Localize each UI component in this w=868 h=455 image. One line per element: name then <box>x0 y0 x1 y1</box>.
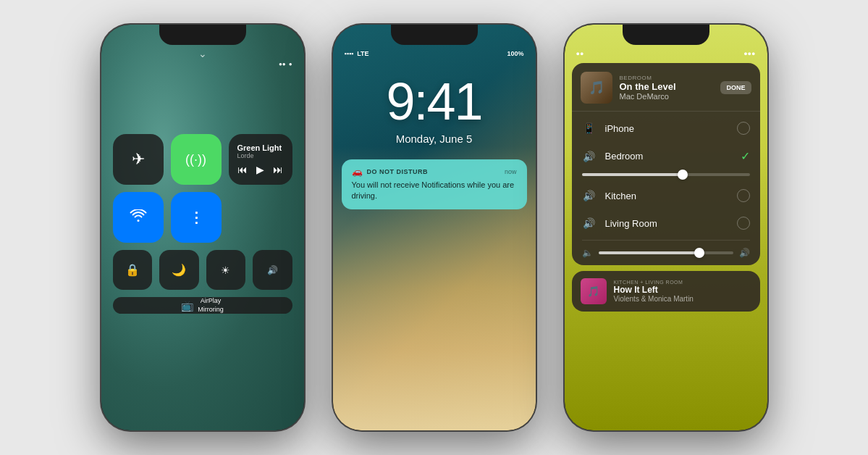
slider-fill <box>582 173 683 176</box>
wifi-icon <box>130 209 147 225</box>
signal-bars-icon: ▪▪▪▪ <box>345 50 354 57</box>
lock-screen-time: 9:41 <box>333 72 536 131</box>
volume-min-icon: 🔈 <box>582 248 593 258</box>
cellular-data-toggle[interactable]: ((·)) <box>171 134 222 185</box>
rotation-lock-icon: 🔒 <box>125 263 140 277</box>
phone3-screen: ●● ●●● 🎵 BEDROOM On the Level Mac DeMarc… <box>565 25 767 430</box>
previous-track-icon[interactable]: ⏮ <box>237 164 248 175</box>
now-playing-title: Green Light <box>237 143 284 152</box>
kitchen-device-item[interactable]: 🔊 Kitchen <box>572 182 760 209</box>
next-song-artist: Violents & Monica Martin <box>614 295 751 303</box>
airplay-mirroring-button[interactable]: 📺 AirPlayMirroring <box>113 297 292 314</box>
rotation-lock-toggle[interactable]: 🔒 <box>113 250 153 290</box>
master-volume-row: 🔈 🔊 <box>572 241 760 265</box>
iphone-airplay: ●● ●●● 🎵 BEDROOM On the Level Mac DeMarc… <box>565 25 767 430</box>
next-song-info: KITCHEN + LIVING ROOM How It Left Violen… <box>614 280 751 303</box>
phone3-status-right: ●●● <box>743 50 755 57</box>
lock-screen-date: Monday, June 5 <box>333 133 536 145</box>
phone1-background: ⌄ ●● ● ✈ ((·)) <box>101 25 304 430</box>
kitchen-device-name: Kitchen <box>605 191 728 201</box>
cc-row-3: 🔒 🌙 ☀ 🔊 <box>113 250 292 290</box>
notch <box>159 25 246 45</box>
done-button[interactable]: DONE <box>720 81 751 94</box>
bedroom-checkmark-icon: ✓ <box>741 149 750 163</box>
airplay-now-playing-panel: 🎵 BEDROOM On the Level Mac DeMarco DONE … <box>572 63 760 265</box>
status-bar: ●● ● <box>279 61 292 67</box>
bedroom-device-name: Bedroom <box>605 151 732 162</box>
phone2-screen: ▪▪▪▪ LTE 100% 9:41 Monday, June 5 🚗 DO N… <box>333 25 536 430</box>
phone-device-icon: 📱 <box>582 122 597 134</box>
brightness-icon: ☀ <box>221 264 230 276</box>
now-playing-row: 🎵 BEDROOM On the Level Mac DeMarco DONE <box>572 63 760 112</box>
living-room-device-item[interactable]: 🔊 Living Room <box>572 209 760 237</box>
ap-song-title: On the Level <box>620 81 714 92</box>
iphone-control-center: ⌄ ●● ● ✈ ((·)) <box>101 25 304 430</box>
volume-max-icon: 🔊 <box>739 248 750 258</box>
next-album-art: 🎵 <box>581 278 607 304</box>
phone3-status-left: ●● <box>576 50 584 57</box>
notch-2 <box>391 25 478 45</box>
wifi-toggle[interactable] <box>113 192 164 243</box>
play-icon[interactable]: ▶ <box>256 164 264 175</box>
living-room-device-name: Living Room <box>605 218 728 229</box>
carrier-label: LTE <box>357 50 368 57</box>
bedroom-volume-slider[interactable] <box>572 170 760 182</box>
control-center-widgets: ✈ ((·)) Green Light Lorde ⏮ ▶ ⏭ <box>101 125 304 322</box>
speaker-living-room-icon: 🔊 <box>582 217 597 229</box>
song-info: BEDROOM On the Level Mac DeMarco <box>620 75 714 101</box>
cellular-icon: ((·)) <box>185 152 206 167</box>
slider-track <box>582 173 750 176</box>
phone1-screen: ⌄ ●● ● ✈ ((·)) <box>101 25 304 430</box>
speaker-bedroom-icon: 🔊 <box>582 151 597 162</box>
iphone-device-item[interactable]: 📱 iPhone <box>572 114 760 142</box>
airplay-icon: 📺 <box>181 300 193 312</box>
volume-track[interactable] <box>599 251 733 254</box>
next-song-title: How It Left <box>614 285 751 295</box>
cc-row-2: ⋮ <box>113 192 292 243</box>
dnd-title-label: DO NOT DISTURB <box>367 168 429 175</box>
ap-song-artist: Mac DeMarco <box>620 92 714 101</box>
next-track-icon[interactable]: ⏭ <box>273 164 283 175</box>
volume-thumb[interactable] <box>694 248 704 258</box>
microphone-icon: ● <box>289 61 292 67</box>
next-song-panel: 🎵 KITCHEN + LIVING ROOM How It Left Viol… <box>572 271 760 312</box>
airplane-mode-toggle[interactable]: ✈ <box>113 134 164 185</box>
iphone-device-name: iPhone <box>605 123 728 134</box>
dnd-timestamp: now <box>505 168 517 175</box>
brightness-slider[interactable]: ☀ <box>206 250 246 290</box>
ap-room-label: BEDROOM <box>620 75 714 81</box>
phone3-background: ●● ●●● 🎵 BEDROOM On the Level Mac DeMarc… <box>565 25 767 430</box>
dnd-message-text: You will not receive Notifications while… <box>352 180 517 202</box>
album-art-icon: 🎵 <box>589 80 604 96</box>
signal-strength: ▪▪▪▪ LTE <box>345 50 369 57</box>
music-controls: ⏮ ▶ ⏭ <box>237 164 284 175</box>
notch-3 <box>623 25 709 45</box>
slider-thumb[interactable] <box>678 170 688 180</box>
volume-fill <box>599 251 700 254</box>
airplay-label: AirPlayMirroring <box>198 297 224 314</box>
camera-icon: ●● <box>279 61 286 67</box>
next-album-art-icon: 🎵 <box>587 285 599 297</box>
cc-spacer <box>229 192 292 243</box>
do-not-disturb-banner[interactable]: 🚗 DO NOT DISTURB now You will not receiv… <box>342 159 527 209</box>
bedroom-device-item[interactable]: 🔊 Bedroom ✓ <box>572 142 760 170</box>
volume-slider[interactable]: 🔊 <box>253 250 292 290</box>
kitchen-select-circle <box>737 189 750 202</box>
bluetooth-icon: ⋮ <box>189 209 203 226</box>
cc-row-1: ✈ ((·)) Green Light Lorde ⏮ ▶ ⏭ <box>113 134 292 185</box>
phone2-background: ▪▪▪▪ LTE 100% 9:41 Monday, June 5 🚗 DO N… <box>333 25 536 430</box>
iphone-lock-screen: ▪▪▪▪ LTE 100% 9:41 Monday, June 5 🚗 DO N… <box>333 25 536 430</box>
battery-indicator: 100% <box>507 50 523 57</box>
next-room-label: KITCHEN + LIVING ROOM <box>614 280 751 285</box>
speaker-kitchen-icon: 🔊 <box>582 190 597 201</box>
living-room-select-circle <box>737 217 750 230</box>
now-playing-widget[interactable]: Green Light Lorde ⏮ ▶ ⏭ <box>229 134 292 185</box>
volume-icon: 🔊 <box>267 265 278 275</box>
chevron-down-icon[interactable]: ⌄ <box>198 48 207 59</box>
iphone-select-circle <box>737 122 750 135</box>
dnd-title-row: 🚗 DO NOT DISTURB <box>352 167 429 177</box>
do-not-disturb-toggle[interactable]: 🌙 <box>159 250 199 290</box>
album-art: 🎵 <box>581 72 612 104</box>
moon-icon: 🌙 <box>172 263 186 277</box>
bluetooth-toggle[interactable]: ⋮ <box>171 192 222 243</box>
